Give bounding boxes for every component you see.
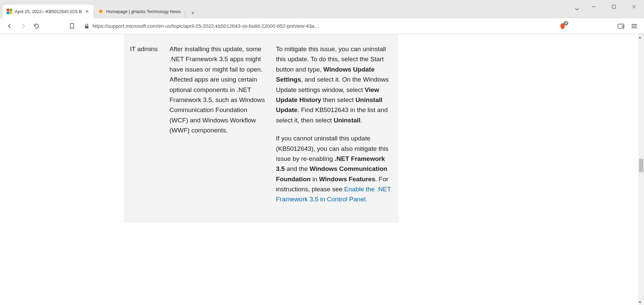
scroll-up-arrow[interactable]: ▲ [638,34,642,40]
lock-icon [84,23,89,29]
minimize-button[interactable] [584,0,604,13]
brave-count: 4 [564,21,568,25]
hamburger-icon [631,24,637,28]
svg-rect-5 [618,24,624,28]
ghacks-favicon [98,9,103,14]
wallet-icon [618,23,624,29]
url-text: https://support.microsoft.com/en-us/topi… [92,23,556,29]
tab-separator [185,11,185,18]
maximize-button[interactable] [604,0,624,13]
chevron-down-icon [575,7,579,11]
audience-label: IT admins [130,44,160,213]
close-icon[interactable]: ✕ [84,9,90,14]
article-table-row: IT admins After installing this update, … [124,34,399,223]
tab-title: April 25, 2022—KB5012643 (OS B [15,9,82,14]
toolbar: https://support.microsoft.com/en-us/topi… [0,18,644,34]
bookmark-button[interactable] [66,20,78,32]
issue-description: After installing this update, some .NET … [169,44,267,213]
content-scroll[interactable]: IT admins After installing this update, … [0,34,644,305]
tabs-area: April 25, 2022—KB5012643 (OS B ✕ Homepag… [0,0,570,18]
svg-rect-1 [612,5,616,8]
mitigation-paragraph-1: To mitigate this issue, you can uninstal… [276,44,392,125]
brave-shields[interactable]: 4 [559,22,566,30]
tab-active[interactable]: April 25, 2022—KB5012643 (OS B ✕ [3,5,94,18]
new-tab-button[interactable]: + [188,8,198,18]
scroll-down-arrow[interactable]: ▼ [638,299,642,305]
window-controls [584,0,644,13]
reload-button[interactable] [31,20,42,32]
menu-button[interactable] [629,20,640,32]
forward-button[interactable] [17,20,29,32]
tab-title: Homepage | gHacks Technology News [106,9,181,14]
svg-rect-6 [622,26,624,27]
scrollbar[interactable]: ▲ ▼ [638,34,644,305]
scroll-thumb[interactable] [639,159,643,172]
back-button[interactable] [4,20,15,32]
titlebar: April 25, 2022—KB5012643 (OS B ✕ Homepag… [0,0,644,18]
viewport: IT admins After installing this update, … [0,34,644,305]
tab-dropdown-button[interactable] [570,0,584,18]
forward-icon [20,23,26,29]
tab-inactive[interactable]: Homepage | gHacks Technology News [94,5,185,18]
reload-icon [33,23,40,29]
scroll-track[interactable] [638,40,644,299]
bookmark-icon [69,23,75,29]
svg-rect-4 [85,26,88,28]
close-button[interactable] [624,0,644,13]
back-icon [7,23,13,29]
microsoft-favicon [7,9,12,14]
wallet-button[interactable] [615,20,627,32]
address-bar[interactable]: https://support.microsoft.com/en-us/topi… [80,20,571,32]
mitigation-column: To mitigate this issue, you can uninstal… [276,44,392,213]
mitigation-paragraph-2: If you cannot uninstall this update (KB5… [276,133,392,205]
